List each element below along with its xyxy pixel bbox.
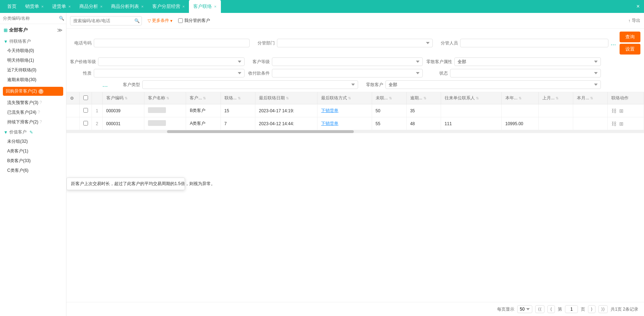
first-page-button[interactable]: ⟨⟨ [535,305,545,313]
sort-pending-icon[interactable]: ⇅ [389,96,392,100]
sort-tm-icon[interactable]: ⇅ [590,96,593,100]
sidebar-item-declining[interactable]: 持续下滑客户(2) ? [0,117,66,127]
close-all-tabs-button[interactable]: × [636,3,640,10]
nav-purchase-order[interactable]: 进货单 × [48,0,75,13]
sidebar-item-7days[interactable]: 近7天待联络(0) [0,65,66,75]
dept-select[interactable] [277,39,433,47]
nav-product-analysis-close[interactable]: × [100,4,102,9]
all-customers-header[interactable]: ⊞ 全部客户 ≫ [0,24,66,36]
customer-grade-select[interactable] [272,57,423,66]
settings-button[interactable]: 设置 [620,44,640,55]
export-icon: ↑ [628,18,630,23]
td-type-2: A类客户 [186,117,221,130]
customer-type-select[interactable] [142,80,358,89]
td-pending-1: 50 [372,104,406,117]
td-method-2: 下销货单 [318,117,372,130]
nav-product-analysis-list[interactable]: 商品分析列表 × [107,0,148,13]
grid-action-icon-1[interactable]: ⊞ [619,108,624,114]
sidebar-search-icon[interactable]: 🔍 [59,16,64,21]
gender-select[interactable] [94,69,245,77]
nav-product-analysis-list-close[interactable]: × [141,4,143,9]
more-button-2[interactable]: ... [102,81,108,88]
filter-panel: 电话号码 分管部门 分管人员 ... 查询 设置 [66,29,644,92]
top-navigation: 首页 销货单 × 进货单 × 商品分析 × 商品分析列表 × 客户分层经营 × … [0,0,644,13]
sort-lm-icon[interactable]: ⇅ [556,96,559,100]
phone-input[interactable] [94,39,250,47]
person-input[interactable] [460,39,608,47]
nav-customer-contact[interactable]: 客户联络 × [189,0,221,13]
sidebar-item-overdue[interactable]: 逾期未联络(30) [0,75,66,85]
scrollbar-thumb[interactable] [167,130,354,133]
my-customers-checkbox[interactable] [178,18,183,23]
prev-page-button[interactable]: ⟨ [547,305,555,313]
method-link-1[interactable]: 下销货单 [321,108,338,113]
sort-year-icon[interactable]: ⇅ [519,96,522,100]
horizontal-scrollbar[interactable] [66,130,644,133]
select-all-checkbox[interactable] [83,95,88,100]
query-button[interactable]: 查询 [620,32,640,42]
th-type: 客户...⇅ [186,92,221,104]
sidebar-collapse-button[interactable]: ≫ [57,27,62,33]
sidebar-item-class-b[interactable]: B类客户(33) [0,156,66,166]
filter-status: 状态 [426,69,601,77]
filter-payment: 收付款条件 [248,69,423,77]
th-overdue: 逾期...⇅ [406,92,441,104]
nav-sales-order-close[interactable]: × [41,4,43,9]
row-1-checkbox[interactable] [83,108,88,113]
page-number-input[interactable] [565,305,578,313]
sort-overdue-icon[interactable]: ⇅ [423,96,426,100]
nav-sales-order[interactable]: 销货单 × [21,0,48,13]
edit-icon[interactable]: ✎ [29,130,33,135]
customers-table: ⚙ 客户编码⇅ 客户名称⇅ 客户...⇅ [66,92,644,130]
link-action-icon-1[interactable]: ⛓ [611,108,616,114]
nav-customer-contact-close[interactable]: × [214,4,216,9]
td-num-1: 1 [92,104,102,117]
sidebar-item-churned[interactable]: 已流失客户(24) ? [0,108,66,117]
sort-cp-icon[interactable]: ⇅ [476,96,479,100]
sort-name-icon[interactable]: ⇅ [166,96,169,100]
per-page-select[interactable]: 50 [517,305,532,313]
next-page-button[interactable]: ⟩ [588,305,596,313]
th-action: 联络动作 [608,92,644,104]
last-page-button[interactable]: ⟩⟩ [598,305,608,313]
td-overdue-2: 48 [406,117,441,130]
more-conditions-button[interactable]: ▽ 更多条件 ▾ [145,16,175,25]
nav-home[interactable]: 首页 [3,0,21,13]
sort-date-icon[interactable]: ⇅ [286,96,289,100]
sidebar-item-churn-warning[interactable]: 流失预警客户(3) ? [0,98,66,108]
export-button[interactable]: ↑ 导出 [628,18,640,24]
sort-type-icon[interactable]: ⇅ [203,96,206,100]
price-grade-select[interactable] [98,57,245,66]
value-section-arrow-icon: ▼ [4,130,8,135]
more-button-1[interactable]: ... [611,40,616,46]
sidebar-item-ungrouped[interactable]: 未分组(32) [0,137,66,146]
sidebar-item-today[interactable]: 今天待联络(0) [0,46,66,56]
retail-customer-select[interactable]: 全部 [385,80,601,89]
retail-attr-select[interactable]: 全部 [454,57,601,66]
row-2-checkbox[interactable] [83,121,88,126]
sidebar-item-class-a[interactable]: A类客户(1) [0,146,66,156]
filter-customer-grade: 客户等级 [248,57,423,66]
section-arrow-icon: ▼ [4,39,8,44]
sort-code-icon[interactable]: ⇅ [125,96,128,100]
sidebar-item-class-c[interactable]: C类客户(6) [0,166,66,175]
payment-select[interactable] [272,69,423,77]
nav-product-analysis[interactable]: 商品分析 × [75,0,107,13]
sort-method-icon[interactable]: ⇅ [348,96,351,100]
search-button[interactable]: 🔍 [134,18,140,23]
search-input[interactable] [70,16,142,25]
th-last-contact-date: 最后联络日期⇅ [255,92,317,104]
sidebar-item-tomorrow[interactable]: 明天待联络(1) [0,56,66,65]
my-customers-checkbox-label[interactable]: 我分管的客户 [178,18,210,24]
sidebar-search-input[interactable] [3,16,57,21]
sidebar-item-abnormal-repurchase[interactable]: 回购异常客户(2) ? [3,87,63,96]
grid-action-icon-2[interactable]: ⊞ [619,121,624,127]
sort-contact-icon[interactable]: ⇅ [238,96,241,100]
nav-purchase-order-close[interactable]: × [68,4,70,9]
link-action-icon-2[interactable]: ⛓ [611,121,616,127]
settings-icon[interactable]: ⚙ [70,96,74,101]
nav-customer-tier[interactable]: 客户分层经营 × [148,0,189,13]
status-select[interactable] [450,69,601,77]
nav-customer-tier-close[interactable]: × [182,4,185,9]
method-link-2[interactable]: 下销货单 [321,121,338,126]
